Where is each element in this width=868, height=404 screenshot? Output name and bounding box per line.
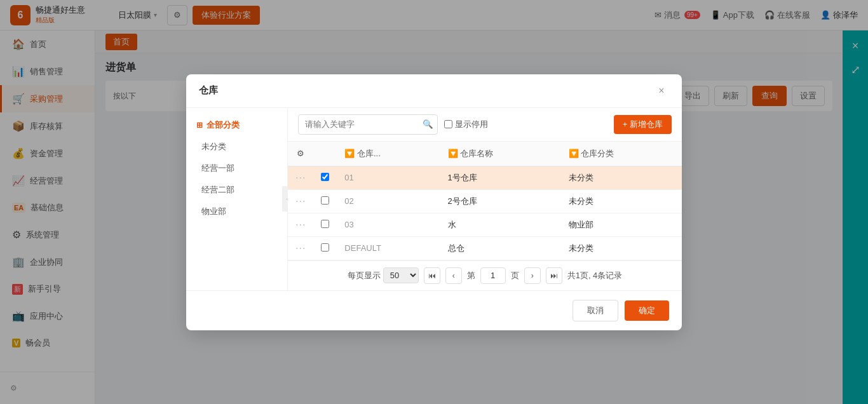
warehouse-dialog: 仓库 × ⊞ 全部分类 未分类 经营一部 经营二部 物业部 « — [186, 74, 682, 330]
page-size-select[interactable]: 50 100 — [383, 267, 419, 283]
category-item-dept2[interactable]: 经营二部 — [186, 179, 287, 201]
row-dots[interactable]: ··· — [288, 189, 313, 213]
row-category: 未分类 — [561, 166, 682, 189]
dialog-body: ⊞ 全部分类 未分类 经营一部 经营二部 物业部 « 🔍 — [186, 108, 682, 290]
page-first-btn[interactable]: ⏮ — [424, 267, 440, 284]
confirm-btn[interactable]: 确定 — [625, 300, 669, 321]
show-disabled-checkbox[interactable] — [444, 120, 452, 128]
category-panel: ⊞ 全部分类 未分类 经营一部 经营二部 物业部 « — [186, 108, 288, 290]
table-row[interactable]: ··· 02 2号仓库 未分类 — [288, 189, 682, 213]
row-checkbox[interactable] — [313, 236, 337, 260]
grid-icon: ⊞ — [196, 121, 203, 130]
col-checkbox — [313, 142, 337, 166]
row-dots[interactable]: ··· — [288, 213, 313, 236]
category-all[interactable]: ⊞ 全部分类 — [186, 114, 287, 136]
table-body: ··· 01 1号仓库 未分类 ··· 02 2号仓库 未分类 ··· 03 水… — [288, 166, 682, 260]
table-row[interactable]: ··· 01 1号仓库 未分类 — [288, 166, 682, 189]
col-code: 🔽 仓库... — [337, 142, 440, 166]
col-settings: ⚙ — [288, 142, 313, 166]
cancel-btn[interactable]: 取消 — [573, 300, 618, 321]
search-box: 🔍 — [298, 114, 438, 135]
dialog-title: 仓库 — [199, 84, 218, 97]
page-last-btn[interactable]: ⏭ — [546, 267, 562, 284]
row-code: 01 — [337, 166, 440, 189]
collapse-icon: « — [287, 194, 288, 203]
row-checkbox[interactable] — [313, 213, 337, 236]
row-category: 未分类 — [561, 236, 682, 260]
category-item-unclassified[interactable]: 未分类 — [186, 136, 287, 158]
row-dots[interactable]: ··· — [288, 166, 313, 189]
row-code: DEFAULT — [337, 236, 440, 260]
dialog-footer: 取消 确定 — [186, 290, 682, 330]
search-btn[interactable]: 🔍 — [418, 115, 437, 134]
data-table: ⚙ 🔽 仓库... 🔽 仓库名称 🔽 仓库分类 — [288, 142, 682, 260]
page-prev-btn[interactable]: ‹ — [445, 267, 462, 284]
category-item-property[interactable]: 物业部 — [186, 201, 287, 222]
search-input[interactable] — [299, 116, 418, 132]
dialog-close-btn[interactable]: × — [654, 83, 669, 98]
col-category: 🔽 仓库分类 — [561, 142, 682, 166]
row-category: 未分类 — [561, 189, 682, 213]
category-item-dept1[interactable]: 经营一部 — [186, 158, 287, 179]
row-code: 02 — [337, 189, 440, 213]
show-disabled-toggle[interactable]: 显示停用 — [444, 119, 488, 130]
page-label: 第 — [467, 270, 475, 281]
row-category: 物业部 — [561, 213, 682, 236]
new-warehouse-btn[interactable]: + 新增仓库 — [614, 115, 672, 134]
page-next-btn[interactable]: › — [524, 267, 541, 284]
row-name: 1号仓库 — [440, 166, 561, 189]
page-summary: 共1页, 4条记录 — [567, 270, 623, 281]
row-code: 03 — [337, 213, 440, 236]
col-name: 🔽 仓库名称 — [440, 142, 561, 166]
row-name: 2号仓库 — [440, 189, 561, 213]
row-name: 水 — [440, 213, 561, 236]
table-toolbar: 🔍 显示停用 + 新增仓库 — [288, 108, 682, 142]
pagination-bar: 每页显示 50 100 ⏮ ‹ 第 页 › ⏭ 共1页, 4条记录 — [288, 260, 682, 290]
table-row[interactable]: ··· 03 水 物业部 — [288, 213, 682, 236]
category-all-label: 全部分类 — [207, 119, 240, 131]
row-dots[interactable]: ··· — [288, 236, 313, 260]
table-panel: 🔍 显示停用 + 新增仓库 ⚙ — [288, 108, 682, 290]
row-checkbox[interactable] — [313, 166, 337, 189]
show-disabled-label: 显示停用 — [455, 119, 488, 130]
page-unit: 页 — [511, 270, 519, 281]
row-name: 总仓 — [440, 236, 561, 260]
warehouse-table: ⚙ 🔽 仓库... 🔽 仓库名称 🔽 仓库分类 — [288, 142, 682, 260]
row-checkbox[interactable] — [313, 189, 337, 213]
per-page-label: 每页显示 50 100 — [348, 267, 419, 283]
dialog-header: 仓库 × — [186, 74, 682, 108]
modal-overlay: 仓库 × ⊞ 全部分类 未分类 经营一部 经营二部 物业部 « — [0, 0, 868, 404]
table-row[interactable]: ··· DEFAULT 总仓 未分类 — [288, 236, 682, 260]
page-input[interactable] — [480, 267, 506, 284]
table-header-row: ⚙ 🔽 仓库... 🔽 仓库名称 🔽 仓库分类 — [288, 142, 682, 166]
category-collapse-btn[interactable]: « — [282, 186, 288, 212]
